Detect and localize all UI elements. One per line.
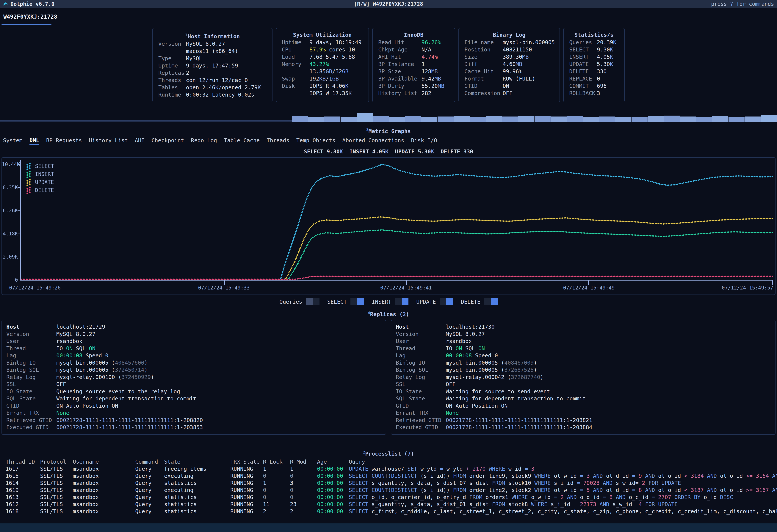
metric-toggle-queries[interactable]: Queries — [280, 298, 319, 305]
data-row: Chkpt AgeN/A — [373, 46, 455, 53]
panel-statistics: Statistics/s Queries20.39KSELECT9.30KINS… — [563, 28, 625, 102]
processlist-row[interactable]: 1615SSL/TLSmsandboxQueryexecutingRUNNING… — [1, 472, 777, 480]
y-axis-tick — [17, 211, 20, 211]
processlist-row[interactable]: 1618SSL/TLSmsandboxQuerystatisticsRUNNIN… — [1, 508, 777, 515]
legend-dots-icon — [26, 170, 31, 178]
data-row: Binlog SQLmysql-bin.000005 (372450714) — [2, 366, 386, 374]
sparkline-bars — [292, 113, 777, 122]
data-row: VersionMySQL 8.0.27 — [391, 330, 775, 338]
metric-tab-redo-log[interactable]: Redo Log — [191, 137, 217, 145]
chart-legend: SELECTINSERTUPDATEDELETE — [26, 162, 54, 194]
sparkline-bar — [438, 117, 454, 122]
toggle-switch[interactable] — [440, 298, 453, 305]
data-row: CompressionOFF — [459, 90, 560, 97]
x-axis-tick-label: 07/12/24 15:49:41 — [380, 285, 432, 291]
data-row: BP Instance1 — [373, 60, 455, 68]
connection-label: [R/W] W492F0YXKJ:21728 — [354, 1, 423, 7]
sparkline-bar — [632, 117, 648, 122]
dolphin-icon — [3, 1, 8, 7]
metric-tab-disk-i-o[interactable]: Disk I/O — [411, 137, 437, 145]
replica-panel-21729: Hostlocalhost:21729VersionMySQL 8.0.27Us… — [1, 320, 386, 435]
data-row: History List282 — [373, 90, 455, 97]
processlist-title: 2Processlist (7) — [0, 450, 777, 457]
data-row: Binlog IOmysql-bin.000005 (408457600) — [2, 359, 386, 367]
data-row: 13.85GB/32GB — [276, 68, 368, 75]
metric-tab-temp-objects[interactable]: Temp Objects — [296, 137, 336, 145]
y-axis-tick-label: 2.09K — [2, 253, 18, 261]
data-row: Executed GTID00021728-1111-1111-1111-111… — [391, 424, 775, 431]
metric-tab-dml[interactable]: DML — [29, 137, 39, 145]
y-axis-tick — [17, 187, 20, 188]
host-tab[interactable]: W492F0YXKJ:21728 — [3, 13, 57, 20]
data-row: VersionMySQL 8.0.27 — [2, 330, 386, 338]
processlist-row[interactable]: 1612SSL/TLSmsandboxQuerystatisticsRUNNIN… — [1, 501, 777, 508]
metric-graph-tabs: SystemDMLBP RequestsHistory ListAHICheck… — [3, 137, 777, 145]
metric-toggle-update[interactable]: UPDATE — [416, 298, 453, 305]
x-axis-tick — [588, 281, 589, 285]
data-row: SSLOFF — [391, 381, 775, 388]
x-axis-tick-label: 07/12/24 15:49:33 — [198, 285, 249, 291]
x-axis-tick — [406, 281, 407, 285]
legend-dots-icon — [26, 178, 31, 186]
sparkline-bar — [583, 117, 599, 122]
metric-tab-checkpoint[interactable]: Checkpoint — [151, 137, 184, 145]
sparkline-bar — [357, 113, 373, 122]
data-row: Relay Logmysql-relay.000100 (372450929) — [2, 374, 386, 381]
toggle-switch[interactable] — [484, 298, 497, 305]
sparkline-bar — [551, 117, 567, 122]
data-row: Load7.68 5.47 5.88 — [276, 53, 368, 60]
metric-tab-bp-requests[interactable]: BP Requests — [46, 137, 82, 145]
sparkline-bar — [518, 116, 534, 122]
toggle-switch[interactable] — [306, 298, 320, 305]
data-row: Uptime9 days, 18:19:49 — [276, 39, 368, 46]
data-row: Binlog IOmysql-bin.000005 (408467009) — [391, 359, 775, 367]
metric-tab-threads[interactable]: Threads — [266, 137, 289, 145]
y-axis-tick — [17, 280, 20, 280]
data-row: Diff4.60MB — [459, 60, 560, 68]
app-branding: Dolphie v6.7.0 — [0, 1, 54, 7]
metric-tab-system[interactable]: System — [3, 137, 22, 145]
data-row: File namemysql-bin.000005 — [459, 39, 560, 46]
sparkline-bar — [615, 117, 631, 122]
metric-tab-ahi[interactable]: AHI — [135, 137, 144, 145]
data-row: DELETE330 — [564, 68, 624, 75]
metric-toggle-insert[interactable]: INSERT — [372, 298, 409, 305]
sparkline-bar — [680, 117, 696, 122]
data-row: GTIDON — [459, 83, 560, 90]
processlist-row[interactable]: 1613SSL/TLSmsandboxQuerystatisticsRUNNIN… — [1, 494, 777, 501]
processlist-row[interactable]: 1619SSL/TLSmsandboxQueryexecutingRUNNING… — [1, 487, 777, 494]
y-axis-tick-label: 8.35K — [2, 184, 18, 191]
metric-tab-aborted-connections[interactable]: Aborted Connections — [342, 137, 404, 145]
legend-item-insert: INSERT — [26, 170, 54, 178]
sparkline-bar — [405, 116, 421, 122]
metric-toggle-select[interactable]: SELECT — [327, 298, 364, 305]
sparkline-bar — [729, 117, 745, 122]
panel-binary-log: Binary Log File namemysql-bin.000005Posi… — [458, 28, 560, 102]
x-axis-labels: 07/12/24 15:49:2607/12/24 15:49:3307/12/… — [21, 285, 773, 292]
data-row: ROLLBACK3 — [564, 90, 624, 97]
data-row: Errant TRXNone — [391, 409, 775, 417]
data-row: Lag00:00:08 Speed 0 — [391, 352, 775, 359]
processlist-row[interactable]: 1617SSL/TLSmsandboxQueryfreeing itemsRUN… — [1, 465, 777, 472]
sparkline-bar — [373, 116, 389, 122]
data-row: SSLOFF — [2, 381, 386, 388]
sparkline-bar — [454, 116, 470, 122]
data-row: IOPS W 17.35K — [276, 90, 368, 97]
metric-tab-table-cache[interactable]: Table Cache — [224, 137, 260, 145]
data-row: Errant TRXNone — [2, 409, 386, 417]
legend-dots-icon — [26, 186, 31, 194]
legend-item-delete: DELETE — [26, 186, 54, 194]
question-key: ? — [730, 1, 733, 7]
data-row: IO StateWaiting for source to send event — [391, 388, 775, 395]
data-row: Queries20.39K — [564, 39, 624, 46]
toggle-switch[interactable] — [350, 298, 364, 305]
metric-toggle-delete[interactable]: DELETE — [461, 298, 497, 305]
legend-dots-icon — [26, 162, 31, 170]
toggle-switch[interactable] — [395, 298, 409, 305]
metric-graphs-title: 3Metric Graphs — [0, 128, 777, 134]
data-row: BP Dirty55.20MB — [373, 83, 455, 90]
processlist-row[interactable]: 1614SSL/TLSmsandboxQuerystatisticsRUNNIN… — [1, 480, 777, 487]
y-axis-tick-label: 10.44K — [2, 161, 18, 168]
data-row: Swap192KB/1GB — [276, 75, 368, 83]
metric-tab-history-list[interactable]: History List — [89, 137, 128, 145]
